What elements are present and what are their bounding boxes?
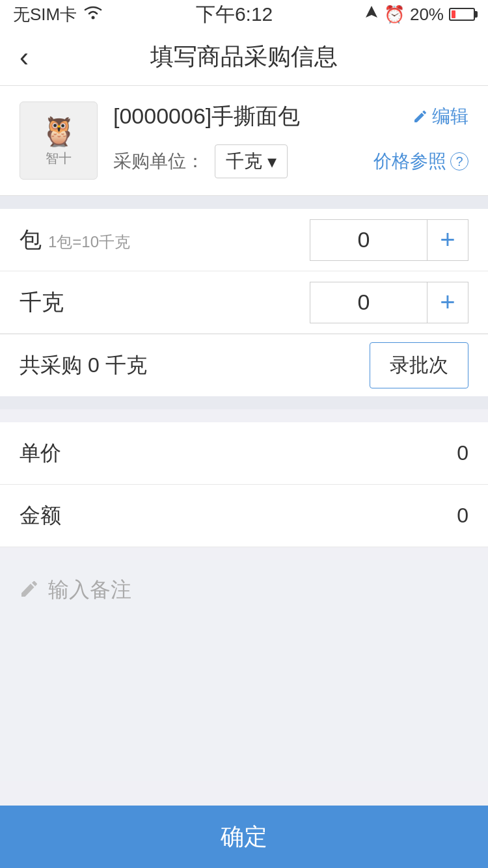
bao-sub-label: 1包=10千克 (48, 232, 130, 252)
status-bar: 无SIM卡 下午6:12 ⏰ 20% (0, 0, 488, 29)
price-ref-label: 价格参照 (373, 149, 446, 174)
kg-input[interactable] (310, 282, 427, 323)
batch-button[interactable]: 录批次 (370, 342, 468, 388)
section-divider-1 (0, 196, 488, 209)
remark-section[interactable]: 输入备注 (0, 560, 488, 781)
kg-label: 千克 (20, 288, 64, 318)
chevron-down-icon: ▾ (267, 151, 277, 172)
summary-text: 共采购 0 千克 (20, 351, 147, 380)
status-right: ⏰ 20% (364, 5, 475, 25)
unit-price-value: 0 (457, 441, 468, 465)
wifi-icon (82, 5, 104, 25)
alarm-icon: ⏰ (384, 5, 405, 25)
product-logo-text: 智十 (46, 150, 72, 167)
bao-label: 包 (20, 225, 42, 255)
product-name: [0000006]手撕面包 (113, 102, 300, 131)
kg-input-row: 千克 + (0, 271, 488, 334)
amount-row: 金额 0 (0, 485, 488, 547)
product-logo-icon: 🦉 (41, 115, 77, 148)
product-info: [0000006]手撕面包 编辑 采购单位： 千克 ▾ 价格参照 ? (113, 102, 468, 178)
battery-pct: 20% (410, 5, 444, 25)
info-icon: ? (450, 152, 468, 170)
location-icon (364, 5, 379, 25)
unit-price-label: 单价 (20, 439, 61, 468)
product-image: 🦉 智十 (20, 102, 98, 180)
back-button[interactable]: ‹ (20, 42, 29, 73)
confirm-button[interactable]: 确定 (0, 806, 488, 868)
battery-icon (449, 8, 475, 21)
remark-placeholder: 输入备注 (48, 576, 131, 604)
edit-button[interactable]: 编辑 (413, 104, 468, 129)
section-divider-2 (0, 396, 488, 409)
bao-input[interactable] (310, 219, 427, 261)
page-title: 填写商品采购信息 (150, 41, 338, 73)
status-left: 无SIM卡 (13, 3, 104, 26)
pencil-icon (20, 578, 39, 604)
carrier-text: 无SIM卡 (13, 3, 77, 26)
input-section: 包 1包=10千克 + 千克 + (0, 209, 488, 334)
kg-plus-button[interactable]: + (427, 282, 468, 323)
bao-label-group: 包 1包=10千克 (20, 225, 130, 255)
kg-label-group: 千克 (20, 288, 124, 318)
kg-controls: + (310, 282, 468, 323)
status-time: 下午6:12 (196, 1, 273, 28)
svg-point-0 (92, 16, 95, 19)
price-ref-button[interactable]: 价格参照 ? (373, 149, 468, 174)
unit-label: 采购单位： (113, 149, 204, 174)
summary-row: 共采购 0 千克 录批次 (0, 334, 488, 396)
price-section: 单价 0 金额 0 (0, 422, 488, 547)
unit-value: 千克 (226, 149, 262, 174)
nav-bar: ‹ 填写商品采购信息 (0, 29, 488, 86)
amount-value: 0 (457, 504, 468, 528)
unit-row: 采购单位： 千克 ▾ 价格参照 ? (113, 144, 468, 178)
bao-controls: + (310, 219, 468, 261)
bao-input-row: 包 1包=10千克 + (0, 209, 488, 271)
unit-price-row: 单价 0 (0, 422, 488, 485)
edit-label: 编辑 (432, 104, 468, 129)
bao-plus-button[interactable]: + (427, 219, 468, 261)
amount-label: 金额 (20, 502, 61, 530)
unit-select[interactable]: 千克 ▾ (215, 144, 288, 178)
product-name-row: [0000006]手撕面包 编辑 (113, 102, 468, 131)
product-card: 🦉 智十 [0000006]手撕面包 编辑 采购单位： 千克 ▾ 价格参照 ? (0, 86, 488, 196)
